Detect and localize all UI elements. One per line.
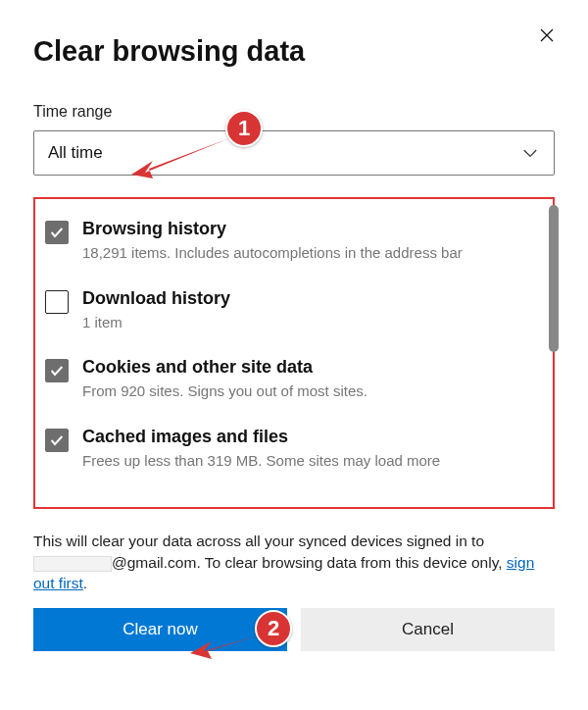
list-item[interactable]: Cookies and other site data From 920 sit… [41,351,539,421]
checkbox-cached-files[interactable] [45,429,69,452]
list-item[interactable]: Browsing history 18,291 items. Includes … [41,213,539,282]
data-types-list: Browsing history 18,291 items. Includes … [33,197,555,509]
cancel-button[interactable]: Cancel [301,608,555,651]
button-row: Clear now Cancel [33,608,555,651]
close-button[interactable] [533,22,561,49]
option-title: Cached images and files [82,427,440,447]
list-item[interactable]: Cached images and files Frees up less th… [41,421,539,475]
scrollbar[interactable] [549,205,559,352]
option-desc: Frees up less than 319 MB. Some sites ma… [82,451,440,471]
footer-text: This will clear your data across all you… [33,531,555,594]
clear-browsing-data-dialog: Clear browsing data Time range All time … [8,8,580,702]
dialog-title: Clear browsing data [33,35,555,68]
option-desc: 18,291 items. Includes autocompletions i… [82,243,463,263]
annotation-marker: 2 [255,610,292,647]
chevron-down-icon [520,143,540,163]
option-title: Cookies and other site data [82,357,368,378]
list-item[interactable]: Download history 1 item [41,282,539,352]
time-range-label: Time range [33,103,555,121]
checkbox-browsing-history[interactable] [45,221,69,244]
option-desc: From 920 sites. Signs you out of most si… [82,381,368,401]
checkbox-download-history[interactable] [45,290,69,314]
email-redacted [33,556,112,572]
option-desc: 1 item [82,313,230,332]
option-title: Browsing history [82,219,463,239]
time-range-select[interactable]: All time [33,130,555,176]
checkbox-cookies[interactable] [45,359,69,382]
annotation-marker: 1 [225,110,263,147]
close-icon [538,26,556,44]
annotation-arrow-icon [186,632,263,665]
time-range-value: All time [48,143,103,163]
option-title: Download history [82,288,230,309]
annotation-arrow-icon [123,133,233,186]
